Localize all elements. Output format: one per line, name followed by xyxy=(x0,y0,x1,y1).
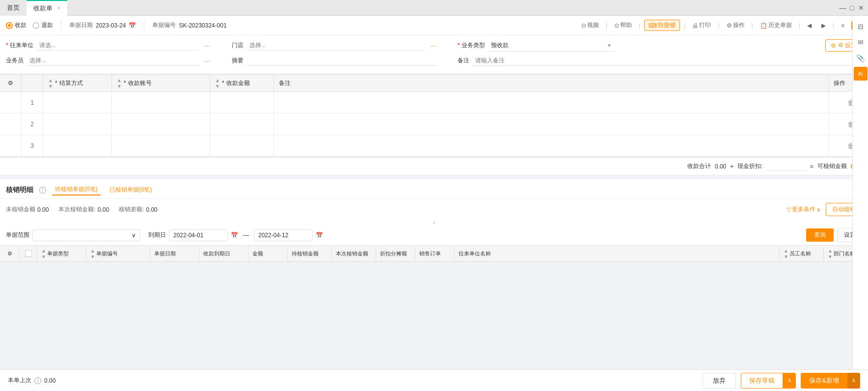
td-account-3[interactable] xyxy=(112,135,210,156)
staff-more-icon[interactable]: ··· xyxy=(202,57,212,65)
th-account-sort[interactable]: ▲▼ xyxy=(117,78,122,89)
save-draft-group: 保存草稿 ∧ xyxy=(741,373,796,386)
due-date-end-calendar-icon[interactable]: 📅 xyxy=(316,232,323,239)
window-max-icon[interactable]: □ xyxy=(850,4,854,12)
due-date-end-input[interactable] xyxy=(254,229,313,241)
history-icon: 📋 xyxy=(760,22,767,29)
clip-icon: 📎 xyxy=(856,54,865,62)
abandon-button[interactable]: 放弃 xyxy=(703,373,736,386)
window-min-icon[interactable]: — xyxy=(840,4,846,12)
more-conditions-btn[interactable]: ▽ 更多条件 ∧ xyxy=(787,205,821,214)
td-amount-2[interactable] xyxy=(210,113,274,135)
actions-btn[interactable]: ⚙ 操作 xyxy=(724,20,748,30)
filter-row: 单据范围 ∨ 到期日 📅 — 📅 查询 设置 xyxy=(0,225,868,245)
due-date-start-calendar-icon[interactable]: 📅 xyxy=(231,232,238,239)
th-settings[interactable]: ⚙ xyxy=(0,75,22,91)
bth-type-sort[interactable]: ▲▼ xyxy=(41,248,46,259)
plus-symbol: + xyxy=(730,163,733,170)
remark-label: 备注 xyxy=(458,56,469,65)
prev-btn[interactable]: ◀ xyxy=(804,21,814,30)
party-more-icon[interactable]: ··· xyxy=(202,42,212,50)
history-btn[interactable]: 📋 历史单据 xyxy=(757,20,795,30)
td-settings-3 xyxy=(0,135,22,156)
tab-home[interactable]: 首页 xyxy=(0,0,27,16)
help-icon: ⊙ xyxy=(614,22,619,29)
summary-input[interactable] xyxy=(246,56,438,66)
tab-close-icon[interactable]: × xyxy=(57,5,60,11)
discount-input[interactable] xyxy=(767,162,806,171)
mail-icon: ✉ xyxy=(858,38,864,46)
layout-icon-btn[interactable]: ≡ xyxy=(838,21,847,30)
bill-range-select[interactable]: ∨ xyxy=(32,229,140,241)
sidebar-camera-icon[interactable]: Ai xyxy=(854,67,868,81)
unreconciled-label: 未核销金额 xyxy=(6,205,35,214)
td-settle-3[interactable] xyxy=(43,135,112,156)
biz-select[interactable]: 预收款 ▼ xyxy=(488,40,615,52)
party-input[interactable] xyxy=(36,40,199,51)
sidebar-table-icon[interactable]: ⊟ xyxy=(854,20,868,33)
save-draft-arrow-button[interactable]: ∧ xyxy=(783,373,796,386)
bth-dept-sort[interactable]: ▲▼ xyxy=(828,248,833,259)
last-value: 0.00 xyxy=(44,377,55,384)
footer-buttons: 放弃 保存草稿 ∧ 保存&新增 ∧ xyxy=(703,373,860,386)
td-remark-2[interactable] xyxy=(274,113,829,135)
total-label: 收款合计 xyxy=(687,162,711,170)
reconcile-stats: 未核销金额 0.00 本次核销金额: 0.00 核销差额: 0.00 ▽ 更多条… xyxy=(0,199,868,220)
save-draft-button[interactable]: 保存草稿 xyxy=(741,373,783,386)
td-account-1[interactable] xyxy=(112,92,210,113)
sidebar-mail-icon[interactable]: ✉ xyxy=(854,35,868,49)
th-amount-sort[interactable]: ▲▼ xyxy=(215,78,220,89)
history-label: 历史单据 xyxy=(768,21,792,29)
shop-label: 门店 xyxy=(232,41,244,50)
td-settle-1[interactable] xyxy=(43,92,112,113)
save-new-arrow-button[interactable]: ∧ xyxy=(847,373,860,386)
chevron-up-icon: ∧ xyxy=(816,206,821,213)
shortcut-icon: ⌨ xyxy=(649,22,657,29)
td-remark-3[interactable] xyxy=(274,135,829,156)
refund-radio[interactable]: 退款 xyxy=(32,21,53,29)
th-settle-sort[interactable]: ▲▼ xyxy=(48,78,53,89)
table-row: 1 🗑 ⊕ xyxy=(0,92,868,113)
shop-input[interactable] xyxy=(246,40,425,51)
discount-label: 现金折扣: xyxy=(737,162,762,170)
next-btn[interactable]: ▶ xyxy=(818,21,829,30)
refund-radio-dot xyxy=(32,22,39,29)
pending-tab[interactable]: 待核销单据(0笔) xyxy=(52,184,101,196)
staff-input[interactable] xyxy=(27,56,199,66)
due-date-start-input[interactable] xyxy=(169,229,228,241)
reconcile-info-icon[interactable]: i xyxy=(39,187,46,194)
bth-pending: 待核销金额 xyxy=(288,246,332,261)
video-label: 视频 xyxy=(587,21,599,29)
video-btn[interactable]: ⊙ 视频 xyxy=(578,20,602,30)
date-calendar-icon[interactable]: 📅 xyxy=(129,22,136,29)
td-settle-2[interactable] xyxy=(43,113,112,135)
window-close-icon[interactable]: ✕ xyxy=(858,4,864,12)
query-button[interactable]: 查询 xyxy=(806,228,834,242)
expand-indicator: ∨ xyxy=(0,220,868,225)
done-tab[interactable]: 已核销单据(0笔) xyxy=(107,185,155,195)
td-amount-1[interactable] xyxy=(210,92,274,113)
shortcut-btn[interactable]: ⌨ 快捷键 xyxy=(644,20,680,31)
select-all-checkbox[interactable] xyxy=(25,250,32,257)
sidebar-clip-icon[interactable]: 📎 xyxy=(854,51,868,65)
footer-info-icon[interactable]: i xyxy=(34,377,41,384)
td-rownum-2: 2 xyxy=(22,113,43,135)
tab-receipt[interactable]: 收款单 × xyxy=(27,0,67,16)
last-label: 本单上次 xyxy=(8,376,31,385)
th-row-num xyxy=(22,75,43,91)
save-new-button[interactable]: 保存&新增 xyxy=(801,373,847,386)
bth-num-sort[interactable]: ▲▼ xyxy=(90,248,95,259)
print-btn[interactable]: 🖨 打印 xyxy=(689,20,714,30)
bth-staff-sort[interactable]: ▲▼ xyxy=(784,248,788,259)
bth-discount: 折扣分摊额 xyxy=(376,246,415,261)
bth-settings[interactable]: ⚙ xyxy=(0,246,20,261)
remark-input[interactable] xyxy=(472,56,862,66)
bth-num: ▲▼ 单据编号 xyxy=(86,246,150,261)
biz-label: 业务类型 xyxy=(458,41,485,50)
shop-more-icon[interactable]: ··· xyxy=(428,42,438,50)
td-amount-3[interactable] xyxy=(210,135,274,156)
td-account-2[interactable] xyxy=(112,113,210,135)
receipt-radio[interactable]: 收款 xyxy=(6,21,27,29)
help-btn[interactable]: ⊙ 帮助 xyxy=(611,20,635,30)
td-remark-1[interactable] xyxy=(274,92,829,113)
